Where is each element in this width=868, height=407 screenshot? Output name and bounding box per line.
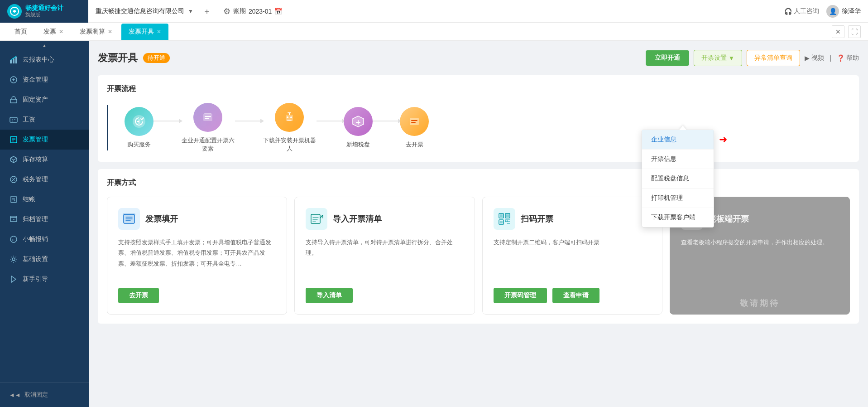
help-icon: ❓: [837, 54, 844, 62]
view-apply-button[interactable]: 查看申请: [552, 288, 599, 303]
settings-button[interactable]: ⚙: [221, 5, 233, 18]
add-button[interactable]: ＋: [201, 5, 213, 18]
cancel-fixed-button[interactable]: ◄◄ 取消固定: [0, 386, 89, 403]
dropdown-tax-config-label: 配置税盘信息: [651, 174, 689, 182]
calendar-icon[interactable]: 📅: [274, 8, 282, 15]
dropdown-printer-mgmt-label: 打印机管理: [651, 194, 683, 201]
sidebar-item-accounting[interactable]: 结账: [0, 189, 89, 209]
svg-rect-26: [311, 214, 320, 223]
consult-label: 人工咨询: [794, 7, 819, 15]
dropdown-company-info[interactable]: 企业信息 ➜: [642, 130, 714, 150]
video-button[interactable]: ▶ 视频: [805, 54, 824, 62]
tab-invoice-label: 发票: [43, 28, 56, 36]
tab-maximize[interactable]: ⛶: [848, 25, 861, 38]
boss-invoice-desc: 查看老板端小程序提交的开票申请，并作出相应的处理。: [681, 237, 839, 247]
logo-title: 畅捷通好会计: [25, 4, 63, 12]
config-enterprise-icon: [193, 103, 222, 132]
sidebar-item-tax-mgmt[interactable]: 税务管理: [0, 170, 89, 189]
settings-icon: [9, 255, 18, 264]
issue-invoice-icon: [400, 107, 429, 136]
sidebar-item-stock[interactable]: 库存核算: [0, 150, 89, 170]
flow-connector-2: [235, 121, 262, 121]
user-info[interactable]: 👤 徐泽华: [826, 5, 861, 18]
method-fill-header: 发票填开: [118, 208, 276, 230]
invoice-icon: [9, 135, 18, 144]
sidebar-item-invoice-mgmt[interactable]: 发票管理: [0, 130, 89, 150]
company-name: 重庆畅捷交通信息咨询有限公司: [96, 7, 184, 15]
tab-home-label: 首页: [14, 28, 27, 36]
tab-home[interactable]: 首页: [7, 24, 34, 40]
sidebar-item-fund-mgmt[interactable]: 资金管理: [0, 70, 89, 90]
invoice-methods: 发票填开 支持按照发票样式手工填开发票；可开具增值税电子普通发票、增值税普通发票…: [107, 197, 850, 315]
consult-button[interactable]: 🎧 人工咨询: [784, 7, 819, 15]
company-selector[interactable]: 重庆畅捷交通信息咨询有限公司 ▼: [96, 7, 193, 15]
svg-rect-9: [11, 196, 16, 203]
settings-dropdown-button[interactable]: 开票设置 ▼: [694, 50, 743, 66]
method-import-header: 导入开票清单: [306, 208, 463, 230]
dropdown-tax-config[interactable]: 配置税盘信息: [642, 169, 714, 189]
svg-point-14: [12, 258, 15, 261]
sidebar-item-cloud-report[interactable]: 云报表中心: [0, 50, 89, 70]
sidebar-label: 税务管理: [23, 175, 48, 184]
sidebar-item-fixed-assets[interactable]: 固定资产: [0, 90, 89, 110]
sidebar-item-settings[interactable]: 基础设置: [0, 249, 89, 269]
boss-invoice-title: 老板端开票: [708, 213, 749, 224]
sidebar-item-salary[interactable]: 工资: [0, 110, 89, 130]
chevron-down-icon: ▼: [188, 8, 193, 15]
tab-invoice-issue[interactable]: 发票开具 ✕: [121, 24, 168, 40]
help-button[interactable]: ❓ 帮助: [837, 54, 859, 62]
flow-section: 开票流程 购买服务: [98, 75, 859, 162]
user-name: 徐泽华: [842, 7, 861, 15]
tab-close-window[interactable]: ✕: [832, 25, 844, 38]
logo-text-area: 畅捷通好会计 旗舰版: [25, 4, 63, 19]
activate-button[interactable]: 立即开通: [646, 50, 689, 66]
settings-dropdown-menu: 企业信息 ➜ 开票信息 配置税盘信息 打印机管理 下载开票客户端: [642, 130, 714, 228]
svg-text:C: C: [12, 238, 14, 242]
account-period: 账期 2023-01 📅: [233, 7, 282, 15]
period-value: 2023-01: [249, 8, 272, 15]
method-fill-invoice: 发票填开 支持按照发票样式手工填开发票；可开具增值税电子普通发票、增值税普通发票…: [107, 197, 287, 315]
play-icon: ▶: [805, 54, 810, 62]
methods-section: 开票方式 发票填开: [98, 169, 859, 324]
svg-rect-1: [10, 60, 12, 63]
buy-service-label: 购买服务: [127, 141, 151, 149]
qr-manage-button[interactable]: 开票码管理: [494, 288, 547, 303]
import-invoice-button[interactable]: 导入清单: [306, 288, 353, 303]
dropdown-invoice-info[interactable]: 开票信息: [642, 150, 714, 169]
sidebar-label: 云报表中心: [23, 56, 54, 64]
tab-invoice-calc[interactable]: 发票测算 ✕: [72, 24, 120, 40]
flow-connector-3: [317, 121, 344, 121]
svg-rect-22: [410, 118, 419, 125]
svg-rect-32: [500, 221, 503, 223]
tab-invoice-issue-close[interactable]: ✕: [157, 29, 161, 35]
sidebar-item-report[interactable]: C 小畅报销: [0, 229, 89, 249]
dropdown-printer-mgmt[interactable]: 打印机管理: [642, 189, 714, 208]
asset-icon: [9, 95, 18, 104]
fill-invoice-title: 发票填开: [145, 213, 178, 224]
add-tax-icon: [344, 107, 373, 136]
flow-steps: 购买服务 企业开通配置开票六要素: [107, 103, 850, 153]
scan-invoice-buttons: 开票码管理 查看申请: [494, 288, 599, 303]
tab-invoice-calc-label: 发票测算: [80, 28, 105, 36]
sidebar-scroll-up[interactable]: ▲: [0, 41, 89, 50]
abnormal-list-button[interactable]: 异常清单查询: [747, 50, 800, 66]
logo-area: 畅捷通好会计 旗舰版: [0, 0, 88, 23]
flow-step-buy: 购买服务: [125, 107, 153, 149]
scan-invoice-icon: [494, 208, 515, 230]
tab-invoice-close[interactable]: ✕: [59, 29, 63, 35]
sidebar-item-guide[interactable]: 新手引导: [0, 269, 89, 289]
header-actions: ＋ ⚙: [201, 5, 233, 18]
tab-invoice-calc-close[interactable]: ✕: [108, 29, 112, 35]
svg-rect-3: [15, 57, 17, 63]
fill-invoice-icon: [118, 208, 140, 230]
guide-icon: [9, 275, 18, 284]
import-invoice-desc: 支持导入待开票清单，可对待开票清单进行拆分、合并处理。: [306, 237, 463, 258]
fill-invoice-button[interactable]: 去开票: [118, 288, 159, 303]
flow-connector-1: [153, 121, 181, 121]
tab-invoice[interactable]: 发票 ✕: [36, 24, 71, 40]
sidebar-label: 归档管理: [23, 215, 48, 223]
sidebar-item-archive[interactable]: 归档管理: [0, 209, 89, 229]
dropdown-download-client[interactable]: 下载开票客户端: [642, 208, 714, 227]
status-badge: 待开通: [143, 53, 170, 63]
download-robot-label: 下载并安装开票机器人: [262, 136, 317, 153]
